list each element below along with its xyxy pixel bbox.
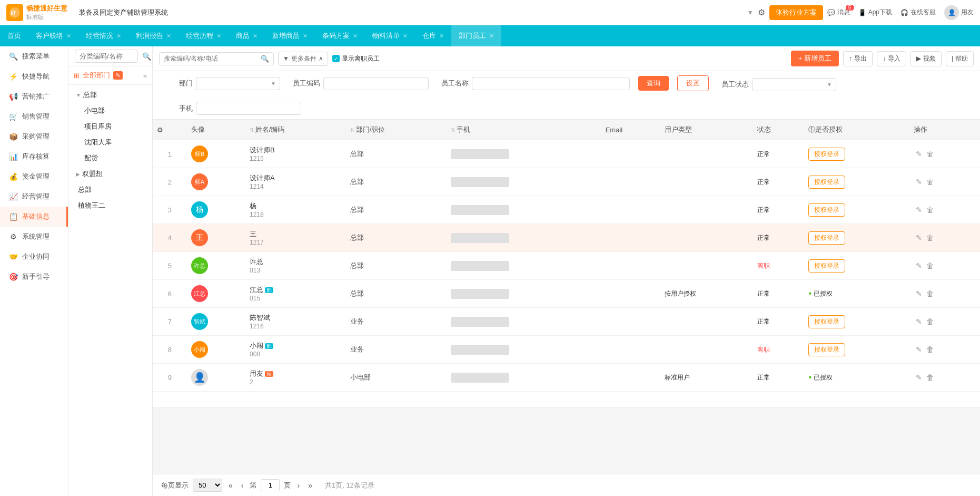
dept-node-zhuwang[interactable]: 植物王二 <box>68 198 152 213</box>
dropdown-icon[interactable]: ▼ <box>747 9 754 16</box>
message-btn[interactable]: 💬 消息 5 <box>827 8 850 17</box>
sidebar-item-basic-info[interactable]: 📋基础信息 <box>0 207 68 227</box>
nav-tab-barcode[interactable]: 条码方案✕ <box>315 25 365 46</box>
phone-filter-input[interactable] <box>196 102 301 115</box>
authorize-btn[interactable]: 授权登录 <box>808 148 845 161</box>
experience-btn[interactable]: 体验行业方案 <box>769 5 823 20</box>
edit-btn[interactable]: ✎ <box>914 232 924 243</box>
nav-tab-business[interactable]: 经营情况✕ <box>78 25 128 46</box>
search-input[interactable] <box>164 55 259 62</box>
authorize-btn[interactable]: 授权登录 <box>808 231 845 245</box>
app-download-btn[interactable]: 📱 App下载 <box>858 8 892 17</box>
delete-btn[interactable]: 🗑 <box>924 344 936 355</box>
show-inactive-toggle[interactable]: ✓ 显示离职员工 <box>332 54 380 63</box>
nav-tab-goods[interactable]: 商品✕ <box>229 25 265 46</box>
edit-btn[interactable]: ✎ <box>914 260 924 271</box>
nav-tab-close[interactable]: ✕ <box>489 33 494 40</box>
delete-btn[interactable]: 🗑 <box>924 177 936 187</box>
sidebar-item-system[interactable]: ⚙系统管理 <box>0 227 68 247</box>
nav-tab-warehouse[interactable]: 仓库✕ <box>415 25 451 46</box>
delete-btn[interactable]: 🗑 <box>924 232 936 243</box>
delete-btn[interactable]: 🗑 <box>924 205 936 215</box>
dept-node-zongbu[interactable]: 总部 <box>68 182 152 198</box>
nav-tab-close[interactable]: ✕ <box>353 33 358 40</box>
dept-collapse-icon[interactable]: « <box>143 72 147 80</box>
nav-tab-customer[interactable]: 客户联络✕ <box>28 25 78 46</box>
edit-btn[interactable]: ✎ <box>914 316 924 327</box>
sidebar-item-finance[interactable]: 💰资金管理 <box>0 167 68 187</box>
per-page-select[interactable]: 50 100 <box>193 479 222 492</box>
sidebar-item-quick-nav[interactable]: ⚡快捷导航 <box>0 66 68 86</box>
dept-edit-icon[interactable]: ✎ <box>113 71 123 80</box>
page-input[interactable] <box>261 479 280 491</box>
delete-btn[interactable]: 🗑 <box>924 288 936 299</box>
dept-node-headquarter[interactable]: ▼ 总部 <box>68 87 152 103</box>
sidebar-item-purchase[interactable]: 📦采购管理 <box>0 127 68 147</box>
authorize-btn[interactable]: 授权登录 <box>808 259 845 273</box>
edit-btn[interactable]: ✎ <box>914 205 924 215</box>
dept-node-peihuo[interactable]: 配货 <box>68 150 152 166</box>
online-service-btn[interactable]: 🎧 在线客服 <box>900 8 936 17</box>
dept-node-shuangmeng[interactable]: ▶ 双盟想 <box>68 166 152 182</box>
query-btn[interactable]: 查询 <box>638 76 669 91</box>
dept-node-shenyang[interactable]: 沈阳大库 <box>68 134 152 150</box>
authorize-btn[interactable]: 授权登录 <box>808 176 845 189</box>
nav-tab-close[interactable]: ✕ <box>253 33 258 40</box>
last-page-btn[interactable]: » <box>306 479 314 492</box>
authorize-btn[interactable]: 授权登录 <box>808 203 845 217</box>
sidebar-item-guide[interactable]: 🎯新手引导 <box>0 267 68 287</box>
empname-filter-input[interactable] <box>472 77 630 90</box>
edit-btn[interactable]: ✎ <box>914 177 924 187</box>
nav-tab-profit[interactable]: 利润报告✕ <box>128 25 179 46</box>
sidebar-item-search-menu[interactable]: 🔍搜索菜单 <box>0 46 68 66</box>
nav-tab-employee[interactable]: 部门员工✕ <box>451 25 501 46</box>
set-btn[interactable]: 设置 <box>677 75 709 91</box>
dept-search-btn[interactable]: 🔍 <box>142 52 151 61</box>
delete-btn[interactable]: 🗑 <box>924 372 936 383</box>
nav-tab-material[interactable]: 物料清单✕ <box>365 25 415 46</box>
export-btn[interactable]: ↑ 导出 <box>843 51 873 66</box>
settings-icon[interactable]: ⚙ <box>758 7 765 17</box>
add-employee-btn[interactable]: + 新增员工 <box>791 51 839 66</box>
help-btn[interactable]: | 帮助 <box>946 51 974 66</box>
delete-btn[interactable]: 🗑 <box>924 316 936 327</box>
edit-btn[interactable]: ✎ <box>914 372 924 383</box>
sidebar-item-sales[interactable]: 🛒销售管理 <box>0 106 68 127</box>
empcode-filter-input[interactable] <box>323 77 429 90</box>
nav-tab-close[interactable]: ✕ <box>439 33 444 40</box>
nav-tab-close[interactable]: ✕ <box>166 33 171 40</box>
delete-btn[interactable]: 🗑 <box>924 260 936 271</box>
delete-btn[interactable]: 🗑 <box>924 149 936 159</box>
dept-node-xiaodian[interactable]: 小电部 <box>68 103 152 119</box>
dept-all-label[interactable]: 全部部门 <box>83 71 110 80</box>
col-settings-icon[interactable]: ⚙ <box>157 126 163 134</box>
dept-search-input[interactable] <box>75 50 138 63</box>
edit-btn[interactable]: ✎ <box>914 288 924 299</box>
first-page-btn[interactable]: « <box>226 479 235 492</box>
nav-tab-close[interactable]: ✕ <box>303 33 308 40</box>
authorize-btn[interactable]: 授权登录 <box>808 315 845 328</box>
empstatus-select[interactable] <box>752 78 836 91</box>
edit-btn[interactable]: ✎ <box>914 344 924 355</box>
nav-tab-process[interactable]: 经营历程✕ <box>179 25 229 46</box>
nav-tab-close[interactable]: ✕ <box>403 33 408 40</box>
sidebar-item-inventory[interactable]: 📊库存核算 <box>0 147 68 167</box>
next-page-btn[interactable]: › <box>295 479 302 492</box>
dept-select[interactable] <box>196 77 280 90</box>
nav-tab-close[interactable]: ✕ <box>116 33 121 40</box>
sidebar-item-corp[interactable]: 🤝企业协同 <box>0 247 68 267</box>
authorize-btn[interactable]: 授权登录 <box>808 343 845 356</box>
nav-tab-close[interactable]: ✕ <box>66 33 71 40</box>
more-conditions-btn[interactable]: ▼ 更多条件 ∧ <box>278 52 328 66</box>
edit-btn[interactable]: ✎ <box>914 149 924 159</box>
sidebar-item-operation[interactable]: 📈经营管理 <box>0 187 68 207</box>
prev-page-btn[interactable]: ‹ <box>239 479 246 492</box>
sidebar-item-marketing[interactable]: 📢营销推广 <box>0 86 68 106</box>
nav-tab-close[interactable]: ✕ <box>216 33 221 40</box>
import-btn[interactable]: ↓ 导入 <box>877 51 906 66</box>
view-btn[interactable]: ▶ 视频 <box>910 51 942 66</box>
nav-tab-new-goods[interactable]: 新增商品✕ <box>265 25 315 46</box>
dept-node-project[interactable]: 项目库房 <box>68 119 152 134</box>
nav-tab-home[interactable]: 首页 <box>0 25 28 46</box>
user-menu[interactable]: 👤 用友 <box>944 5 974 20</box>
